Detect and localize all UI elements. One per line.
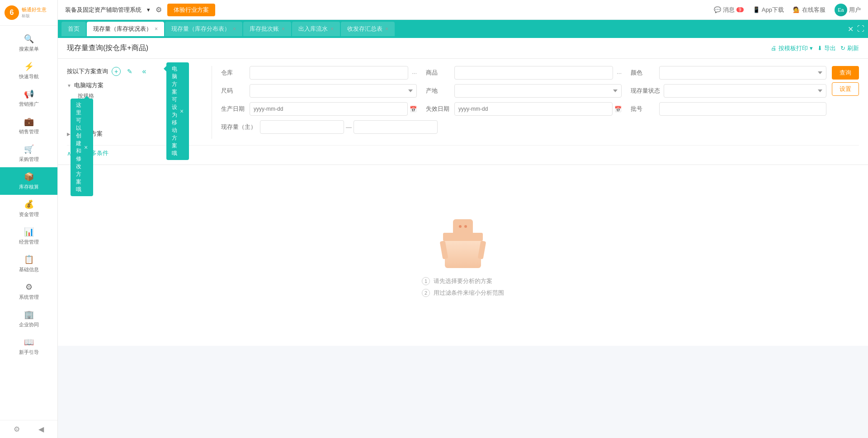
sidebar-item-quick-nav[interactable]: ⚡ 快速导航 xyxy=(0,57,57,85)
tab-batch-ledger-close[interactable]: × xyxy=(282,26,285,32)
inventory-icon: 📦 xyxy=(24,172,34,182)
export-btn[interactable]: ⬇ 导出 xyxy=(817,44,836,52)
tab-maximize-btn[interactable]: ⛶ xyxy=(857,25,864,33)
refresh-btn[interactable]: ↻ 刷新 xyxy=(840,44,859,52)
query-header-row: 按以下方案查询 + ✎ « 电脑方案可设为移动方案哦 × xyxy=(67,66,859,139)
add-scheme-btn[interactable]: + xyxy=(112,67,121,76)
sidebar-bottom: ⚙ ◀ xyxy=(0,420,57,438)
sidebar: 6 畅通好生意 标版 🔍 搜索菜单 ⚡ 快速导航 📢 营销推广 💼 销售管理 🛒… xyxy=(0,0,58,438)
header-actions: 🖨 按模板打印 ▾ ⬇ 导出 ↻ 刷新 xyxy=(771,44,859,52)
industry-btn[interactable]: 体验行业方案 xyxy=(167,4,215,16)
sidebar-logo: 6 畅通好生意 标版 xyxy=(0,0,57,26)
warehouse-dots[interactable]: ··· xyxy=(412,70,417,76)
stock-status-select[interactable] xyxy=(664,84,826,98)
goods-label: 商品 xyxy=(426,69,451,77)
stock-main-min[interactable] xyxy=(260,120,344,134)
main-area: 装备及固定资产辅助管理系统 ▾ ⚙ 体验行业方案 💬 消息 9 📱 App下载 … xyxy=(58,0,868,438)
search-button[interactable]: 查询 xyxy=(832,66,859,80)
tab-close-all-btn[interactable]: ✕ xyxy=(848,25,854,33)
stock-main-max[interactable] xyxy=(354,120,438,134)
empty-box-body xyxy=(445,239,481,268)
sidebar-item-system[interactable]: ⚙ 系统管理 xyxy=(0,278,57,305)
empty-eye-right xyxy=(464,225,467,228)
sidebar-item-enterprise[interactable]: 🏢 企业协同 xyxy=(0,305,57,333)
basic-icon: 📋 xyxy=(24,254,34,264)
sidebar-item-purchase[interactable]: 🛒 采购管理 xyxy=(0,140,57,167)
system-title: 装备及固定资产辅助管理系统 xyxy=(65,6,142,14)
size-select[interactable] xyxy=(250,84,417,98)
color-select[interactable] xyxy=(659,66,826,80)
prod-date-calendar-icon[interactable]: 📅 xyxy=(410,106,417,113)
sidebar-label-operations: 经营管理 xyxy=(19,239,39,245)
customer-service-item[interactable]: 💁 在线客服 xyxy=(793,6,826,14)
batch-no-input[interactable] xyxy=(659,102,826,116)
print-btn[interactable]: 🖨 按模板打印 ▾ xyxy=(771,44,813,52)
sidebar-item-sales[interactable]: 💼 销售管理 xyxy=(0,112,57,140)
settings-bottom-btn[interactable]: ⚙ xyxy=(14,425,20,433)
prod-date-wrap: 📅 xyxy=(250,102,417,116)
warehouse-input[interactable] xyxy=(250,66,408,80)
goods-input[interactable] xyxy=(454,66,613,80)
app-download-item[interactable]: 📱 App下载 xyxy=(753,6,784,14)
page-title: 现存量查询(按仓库+商品) xyxy=(67,43,148,53)
origin-select[interactable] xyxy=(454,84,622,98)
message-label: 消息 xyxy=(723,6,735,14)
refresh-icon: ↻ xyxy=(840,45,845,52)
empty-face xyxy=(453,219,473,234)
sidebar-item-basic[interactable]: 📋 基础信息 xyxy=(0,250,57,278)
tab-inventory-status[interactable]: 现存量（库存状况表） × xyxy=(87,22,164,36)
print-icon: 🖨 xyxy=(771,45,777,52)
sidebar-item-marketing[interactable]: 📢 营销推广 xyxy=(0,85,57,112)
message-badge: 9 xyxy=(736,7,744,12)
query-section: 按以下方案查询 + ✎ « 电脑方案可设为移动方案哦 × xyxy=(58,59,868,165)
color-label: 颜色 xyxy=(631,69,656,77)
reset-button[interactable]: 设置 xyxy=(832,82,859,96)
expire-date-input[interactable] xyxy=(454,102,613,116)
refresh-label: 刷新 xyxy=(847,44,859,52)
sidebar-item-guide[interactable]: 📖 新手引导 xyxy=(0,333,57,360)
topbar-settings-icon[interactable]: ⚙ xyxy=(156,5,162,14)
message-item[interactable]: 💬 消息 9 xyxy=(714,6,744,14)
back-scheme-btn[interactable]: « xyxy=(139,66,150,77)
sidebar-item-operations[interactable]: 📊 经营管理 xyxy=(0,222,57,250)
expire-date-calendar-icon[interactable]: 📅 xyxy=(614,106,622,113)
mobile-expand-icon[interactable]: ▶ xyxy=(67,132,71,137)
tab-in-out-flow-close[interactable]: × xyxy=(330,26,334,32)
tab-batch-ledger[interactable]: 库存批次账 × xyxy=(243,22,291,36)
hint-text-1: 请先选择要分析的方案 xyxy=(434,277,492,285)
sidebar-label-quick-nav: 快速导航 xyxy=(19,73,39,80)
sidebar-item-inventory[interactable]: 📦 库存核算 xyxy=(0,167,57,195)
sidebar-label-finance: 资金管理 xyxy=(19,211,39,218)
avatar-text: Ea xyxy=(838,7,844,13)
export-icon: ⬇ xyxy=(817,45,822,52)
tab-inventory-dist[interactable]: 现存量（库存分布表） × xyxy=(165,22,242,36)
pc-expand-icon[interactable]: ▼ xyxy=(67,83,71,88)
tabs-actions: ✕ ⛶ xyxy=(848,25,864,33)
goods-dots[interactable]: ··· xyxy=(617,70,622,76)
hint-num-1: 1 xyxy=(422,277,430,285)
tab-batch-ledger-label: 库存批次账 xyxy=(250,25,279,33)
collapse-sidebar-btn[interactable]: ◀ xyxy=(38,425,44,433)
tab-receive-summary-close[interactable]: × xyxy=(385,26,388,32)
guide-icon: 📖 xyxy=(24,337,34,347)
tooltip-2-close[interactable]: × xyxy=(84,144,88,151)
filter-expire-date: 失效日期 📅 xyxy=(426,102,622,116)
stock-main-label: 现存量（主） xyxy=(221,123,256,131)
user-avatar: Ea xyxy=(835,4,847,16)
sidebar-item-search-menu[interactable]: 🔍 搜索菜单 xyxy=(0,29,57,57)
tab-receive-summary[interactable]: 收发存汇总表 × xyxy=(341,22,395,36)
tooltip-1-close[interactable]: × xyxy=(180,108,184,115)
pc-scheme-label[interactable]: 电脑端方案 xyxy=(74,81,104,89)
tab-inventory-dist-close[interactable]: × xyxy=(233,26,236,32)
prod-date-input[interactable] xyxy=(250,102,408,116)
operations-icon: 📊 xyxy=(24,227,34,237)
tab-inventory-status-close[interactable]: × xyxy=(155,26,158,32)
edit-scheme-btn[interactable]: ✎ xyxy=(124,66,135,77)
sidebar-item-finance[interactable]: 💰 资金管理 xyxy=(0,195,57,222)
stock-main-range: — xyxy=(260,120,438,134)
tab-home[interactable]: 首页 xyxy=(61,22,86,36)
system-title-dropdown[interactable]: ▾ xyxy=(147,6,150,13)
user-item[interactable]: Ea 用户 xyxy=(835,4,861,16)
sidebar-nav: 🔍 搜索菜单 ⚡ 快速导航 📢 营销推广 💼 销售管理 🛒 采购管理 📦 库存核… xyxy=(0,26,57,420)
tab-in-out-flow[interactable]: 出入库流水 × xyxy=(292,22,340,36)
